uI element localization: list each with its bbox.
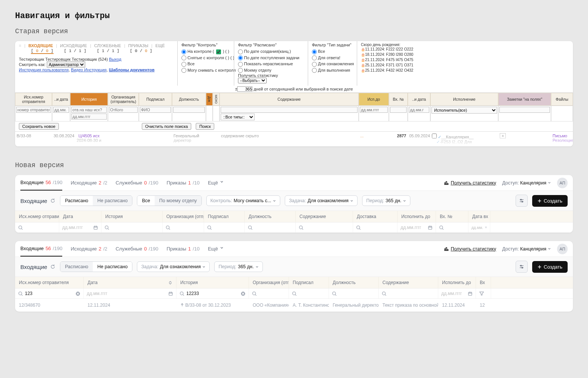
fi2-2[interactable]	[186, 291, 239, 296]
fi-2[interactable]	[111, 225, 159, 230]
control-opt-2[interactable]: Снятые с контроля ( ) ( )	[181, 55, 230, 61]
old-tab-outbox[interactable]: ИСХОДЯЩИЕ	[60, 43, 87, 48]
fi2-4[interactable]	[299, 291, 325, 296]
task-pill[interactable]: Задача: Для ознакомления	[285, 195, 358, 206]
fi2-1[interactable]	[87, 291, 166, 296]
seg2-rasp-b[interactable]: Не расписано	[93, 262, 132, 272]
templates-link[interactable]: Шаблоны документов	[109, 68, 155, 72]
fi2-3[interactable]	[259, 291, 286, 296]
nh2-7[interactable]: Исполнить до	[438, 277, 476, 288]
control-opt-1[interactable]: На контроле ( ) ( )	[181, 48, 230, 55]
fi-1[interactable]	[62, 225, 91, 230]
access-dropdown-2[interactable]: Доступ: Канцелярия	[502, 246, 551, 252]
search-button[interactable]: Поиск	[196, 123, 214, 130]
stats-link[interactable]: Получить статистику	[444, 180, 496, 186]
control-opt-3[interactable]: Все	[181, 61, 230, 67]
sel-ispol[interactable]: Исполнитель(все)	[431, 107, 497, 114]
fi2-0[interactable]	[25, 291, 74, 296]
ntab2-outbox[interactable]: Исходящие 2/2	[71, 241, 107, 256]
inp-pos[interactable]	[173, 107, 205, 113]
fi-8[interactable]	[401, 225, 426, 230]
inp-ispdo[interactable]	[360, 107, 388, 113]
inp-cont[interactable]	[221, 107, 358, 113]
nh2-8[interactable]: Вх	[476, 277, 491, 288]
period-pill[interactable]: Период: 365 дн.	[362, 195, 410, 206]
nh2-3[interactable]: Организация (отправи	[249, 277, 289, 288]
access-dropdown[interactable]: Доступ: Канцелярия	[502, 180, 551, 186]
nh2-1[interactable]: Дата	[84, 277, 177, 288]
fi-7[interactable]	[363, 225, 394, 230]
inp-fio[interactable]	[140, 107, 171, 113]
nh-6[interactable]: Содержание	[296, 211, 353, 222]
fi2-6[interactable]	[388, 291, 435, 296]
nh-9[interactable]: Вх. №	[436, 211, 468, 222]
stats-link-2[interactable]: Получить статистику	[444, 246, 496, 252]
type-opt-3[interactable]: Для ознакомления	[312, 61, 353, 67]
nh-3[interactable]: Организация (отправи	[163, 211, 204, 222]
fi2-7[interactable]	[441, 291, 466, 296]
filter-icon[interactable]	[479, 291, 484, 296]
inp-org[interactable]	[109, 107, 138, 113]
task-pill-2[interactable]: Задача: Для ознакомления	[137, 261, 210, 272]
fi2-5[interactable]	[339, 291, 375, 296]
inp-vh[interactable]	[390, 107, 407, 113]
nh-7[interactable]: Доставка	[353, 211, 398, 222]
seg-rasp-off[interactable]: Не расписано	[93, 196, 132, 206]
inp-date2[interactable]	[71, 114, 107, 120]
ntab-more[interactable]: Ещё	[208, 175, 224, 190]
seg-dept-all[interactable]: Все	[137, 196, 155, 206]
ntab-service[interactable]: Служебные 0/190	[115, 175, 158, 190]
fi-6[interactable]	[306, 225, 350, 230]
filter-button-2[interactable]	[516, 261, 528, 273]
old-tab-orders[interactable]: ПРИКАЗЫ	[128, 43, 148, 48]
refresh-icon[interactable]	[50, 264, 55, 269]
stat-select[interactable]: --Выбрать--	[238, 78, 267, 83]
calendar-icon[interactable]	[93, 225, 98, 230]
inp-idate[interactable]	[409, 107, 429, 113]
create-button[interactable]: Создать	[532, 195, 568, 207]
seg-dept-mine[interactable]: По моему отделу	[155, 196, 201, 206]
seg-rasp-on[interactable]: Расписано	[60, 196, 93, 206]
control-opt-4[interactable]: Могу снимать с контроля	[181, 67, 230, 74]
ntab2-inbox[interactable]: Входящие 56/190	[20, 241, 62, 257]
type-opt-1[interactable]: Все	[312, 48, 353, 55]
calendar-icon[interactable]	[468, 291, 473, 296]
ntab-outbox[interactable]: Исходящие 2/2	[71, 175, 107, 190]
inp-notes[interactable]	[499, 107, 550, 113]
type-opt-2[interactable]: Для ответа!	[312, 55, 353, 61]
fi-4[interactable]	[214, 225, 241, 230]
ntab2-service[interactable]: Служебные 0/190	[115, 241, 158, 256]
rasp-opt-4[interactable]: Моему отделу	[238, 67, 304, 74]
inp-date[interactable]	[53, 107, 69, 113]
refresh-icon[interactable]	[50, 198, 55, 203]
role-select[interactable]: Администратор	[47, 61, 85, 68]
calendar-icon[interactable]	[428, 225, 433, 230]
avatar-2[interactable]: АП	[557, 244, 568, 254]
nh-1[interactable]: Дата	[59, 211, 101, 222]
nh-10[interactable]: Дата вх	[468, 211, 490, 222]
save-button[interactable]: Сохранить новое	[19, 123, 59, 130]
inp-num[interactable]	[16, 107, 51, 113]
nh-8[interactable]: Исполнить до	[398, 211, 436, 222]
clear-icon[interactable]	[75, 291, 80, 296]
sort-icon[interactable]	[168, 281, 172, 285]
nh-2[interactable]: История	[101, 211, 163, 222]
days-input[interactable]	[237, 86, 252, 92]
instruction-link[interactable]: Инструкция пользователя	[19, 68, 69, 72]
inp-resp[interactable]	[71, 107, 107, 113]
nh2-6[interactable]: Содержание	[379, 277, 438, 288]
rasp-opt-1[interactable]: По дате создания(канц.)	[238, 48, 304, 55]
old-tab-inbox[interactable]: ВХОДЯЩИЕ	[28, 43, 53, 48]
video-link[interactable]: Видео Инструкция	[71, 68, 106, 72]
nh2-5[interactable]: Должность	[329, 277, 379, 288]
logout-link[interactable]: Выход	[109, 57, 121, 61]
clear-button[interactable]: Очистить поле поиска	[142, 123, 191, 130]
control-pill[interactable]: Контроль: Могу снимать с...	[206, 195, 280, 206]
seg2-rasp-a[interactable]: Расписано	[60, 262, 93, 272]
fi-5[interactable]	[255, 225, 292, 230]
old-tab-service[interactable]: СЛУЖЕБНЫЕ	[94, 43, 121, 48]
nh2-4[interactable]: Подписал	[289, 277, 329, 288]
nh2-2[interactable]: История	[177, 277, 249, 288]
nh-0[interactable]: Исх.номер отправител	[15, 211, 59, 222]
fi-3[interactable]	[172, 225, 201, 230]
